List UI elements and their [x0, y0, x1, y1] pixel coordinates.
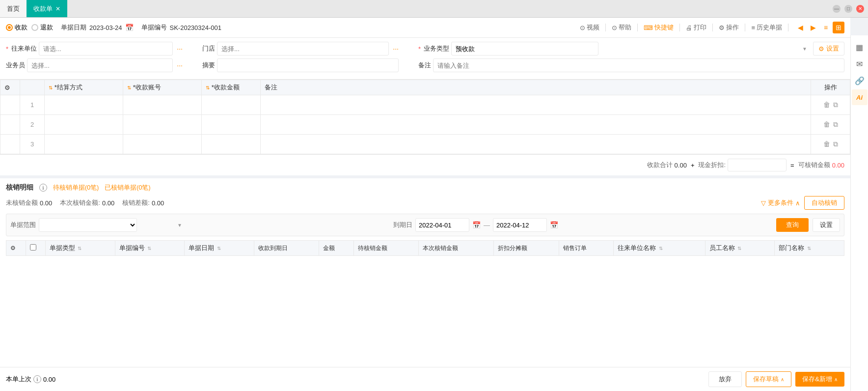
row1-action-icons: 🗑 ⧉ [815, 101, 846, 109]
sidebar-mail-icon[interactable]: ✉ [852, 56, 868, 72]
history-action[interactable]: ≡ 历史单据 [751, 23, 782, 32]
business-type-field: * 业务类型 预收款 ▼ ⚙ 设置 [418, 42, 844, 56]
business-type-select[interactable]: 预收款 [451, 42, 598, 56]
counterpart-sort-icon[interactable]: ⇅ [659, 246, 663, 251]
settle-sort-icon[interactable]: ⇅ [49, 85, 53, 90]
row3-delete-icon[interactable]: 🗑 [823, 140, 830, 148]
amount-sort-icon[interactable]: ⇅ [206, 85, 210, 90]
save-new-button[interactable]: 保存&新增 ∧ [795, 372, 844, 387]
row3-amount[interactable] [202, 135, 261, 154]
settle-col-header: ⇅ *结算方式 [45, 80, 123, 95]
row3-copy-icon[interactable]: ⧉ [833, 140, 838, 148]
tab-receipt[interactable]: 收款单 ✕ [27, 0, 67, 17]
row2-amount[interactable] [202, 115, 261, 135]
counterpart-more-icon[interactable]: ··· [177, 45, 183, 53]
verified-tab[interactable]: 已核销单据(0笔) [105, 183, 150, 192]
due-date-field: 到期日 📅 — 📅 [393, 218, 770, 232]
list-icon[interactable]: ≡ [820, 22, 832, 33]
maximize-button[interactable]: □ [844, 5, 852, 13]
video-label: 视频 [587, 23, 599, 32]
sidebar-link-icon[interactable]: 🔗 [852, 73, 868, 88]
gear-col-header[interactable]: ⚙ [0, 80, 20, 95]
close-button[interactable]: ✕ [856, 5, 864, 13]
pending-tab[interactable]: 待核销单据(0笔) [53, 183, 99, 192]
select-all-checkbox[interactable] [30, 244, 36, 251]
type-sort-icon[interactable]: ⇅ [78, 246, 81, 251]
date-sort-icon[interactable]: ⇅ [217, 246, 221, 251]
grid-icon[interactable]: ⊞ [833, 22, 844, 33]
save-draft-button[interactable]: 保存草稿 ∧ [746, 371, 791, 387]
auto-verification-btn[interactable]: 自动核销 [804, 196, 844, 210]
row2-delete-icon[interactable]: 🗑 [823, 120, 830, 129]
operation-action[interactable]: ⚙ 操作 [719, 23, 739, 32]
row1-account[interactable] [123, 95, 202, 115]
staff-more-icon[interactable]: ··· [177, 61, 183, 69]
table-settings-button[interactable]: 设置 [813, 218, 840, 232]
row1-amount[interactable] [202, 95, 261, 115]
staff-label: 业务员 [6, 61, 25, 70]
row1-copy-icon[interactable]: ⧉ [833, 101, 838, 109]
operation-icon: ⚙ [719, 24, 725, 31]
minimize-button[interactable]: — [833, 5, 841, 13]
store-more-icon[interactable]: ··· [393, 45, 399, 53]
dept-sort-icon[interactable]: ⇅ [807, 246, 811, 251]
store-input[interactable] [217, 42, 389, 56]
tab-close-icon[interactable]: ✕ [55, 5, 60, 12]
sidebar-ai-icon[interactable]: Ai [852, 89, 868, 105]
abandon-button[interactable]: 放弃 [708, 371, 742, 387]
shortcut-action[interactable]: ⌨ 快捷键 [644, 23, 674, 32]
due-to-calendar-icon[interactable]: 📅 [550, 221, 558, 229]
video-action[interactable]: ⊙ 视频 [580, 23, 599, 32]
due-to-input[interactable] [493, 218, 547, 232]
date-calendar-icon[interactable]: 📅 [125, 24, 134, 31]
next-icon[interactable]: ▶ [807, 22, 819, 33]
store-label: 门店 [202, 44, 215, 53]
sidebar-table-icon[interactable]: ▦ [852, 39, 868, 55]
store-field: 门店 ··· [202, 42, 399, 56]
form-row-2: 业务员 ··· 摘要 备注 [6, 58, 844, 72]
row3-account[interactable] [123, 135, 202, 154]
diff-value: 0.00 [152, 199, 164, 207]
row1-settle[interactable] [45, 95, 123, 115]
row2-action: 🗑 ⧉ [811, 115, 850, 135]
last-info-icon[interactable]: ℹ [33, 375, 41, 383]
number-sort-icon[interactable]: ⇅ [147, 246, 151, 251]
range-select[interactable] [39, 218, 137, 232]
discount-input[interactable] [728, 159, 787, 171]
btable-gear-header[interactable]: ⚙ [6, 241, 26, 256]
account-sort-icon[interactable]: ⇅ [127, 85, 131, 90]
row2-note[interactable] [261, 115, 811, 135]
row1-delete-icon[interactable]: 🗑 [823, 101, 830, 109]
divider-6 [788, 24, 788, 31]
pending-label: 待核销单据 [53, 184, 85, 191]
staff-sort-icon[interactable]: ⇅ [737, 246, 741, 251]
summary-input[interactable] [217, 58, 399, 72]
row3-note[interactable] [261, 135, 811, 154]
more-conditions-btn[interactable]: ▽ 更多条件 ∧ [761, 198, 800, 207]
counterpart-input[interactable] [39, 42, 173, 56]
row2-copy-icon[interactable]: ⧉ [833, 120, 838, 129]
due-from-input[interactable] [415, 218, 469, 232]
footer-last: 本单上次 ℹ 0.00 [6, 375, 55, 384]
receipt-radio[interactable]: 收款 [6, 23, 27, 32]
row3-settle[interactable] [45, 135, 123, 154]
due-from-calendar-icon[interactable]: 📅 [472, 221, 481, 229]
counterpart-label: 往来单位 [11, 44, 37, 53]
help-action[interactable]: ⊙ 帮助 [612, 23, 631, 32]
verification-info-icon[interactable]: ℹ [39, 184, 47, 192]
staff-input[interactable] [27, 58, 173, 72]
nav-icons: ◀ ▶ ≡ ⊞ [794, 22, 844, 33]
row2-account[interactable] [123, 115, 202, 135]
refund-radio[interactable]: 退款 [31, 23, 53, 32]
query-button[interactable]: 查询 [776, 218, 809, 232]
remark-input[interactable] [433, 58, 844, 72]
row1-note[interactable] [261, 95, 811, 115]
verification-header: 核销明细 ℹ 待核销单据(0笔) 已核销单据(0笔) [6, 183, 844, 192]
print-action[interactable]: 🖨 打印 [686, 23, 706, 32]
prev-icon[interactable]: ◀ [794, 22, 806, 33]
counterpart-field: * 往来单位 ··· [6, 42, 183, 56]
tab-home[interactable]: 首页 [0, 0, 27, 17]
btable-current-header: 本次核销金额 [419, 241, 494, 256]
row2-settle[interactable] [45, 115, 123, 135]
settings-button[interactable]: ⚙ 设置 [813, 42, 844, 56]
